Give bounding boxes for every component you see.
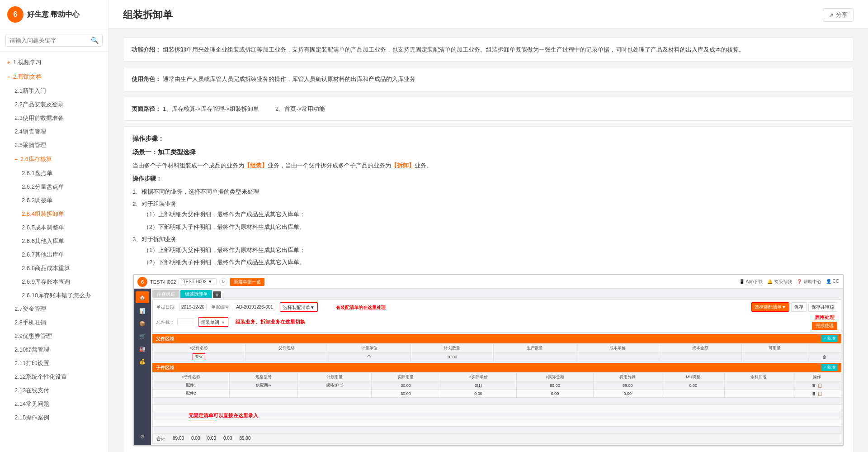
- sim-btd-mu-2[interactable]: [662, 390, 724, 398]
- logo-area: 6 好生意 帮助中心: [0, 0, 108, 29]
- sidebar-sub-item-ledger-fix[interactable]: 2.6.10库存账本错了怎么办: [0, 289, 108, 302]
- sidebar-sub-item-newbie[interactable]: 2.1新手入门: [0, 84, 108, 98]
- sidebar-sub-item-purchase[interactable]: 2.5采购管理: [0, 138, 108, 152]
- sidebar-sub-item-payment[interactable]: 2.13在线支付: [0, 384, 108, 397]
- sim-btd-ops-2[interactable]: 🗑 📋: [793, 390, 841, 398]
- sim-btd-spec-1[interactable]: 供应商A: [229, 381, 298, 390]
- sidebar-item-video[interactable]: + 1.视频学习: [0, 55, 108, 70]
- sim-top-table-label: 父件区域: [156, 336, 174, 342]
- sim-tab-transfer[interactable]: 库存调拨: [152, 290, 179, 298]
- sidebar-sub-item-ops[interactable]: 2.10经营管理: [0, 343, 108, 357]
- sim-td-prod[interactable]: [493, 352, 576, 362]
- sim-annotation-1: 有装配清单的在这里处理: [336, 305, 386, 310]
- sim-btd-ops-1[interactable]: 🗑 📋: [793, 381, 841, 390]
- sim-qty-input[interactable]: [177, 319, 195, 325]
- sim-td-action[interactable]: 🗑: [808, 352, 841, 362]
- sidebar-sub-item-ledger[interactable]: 2.6.9库存账本查询: [0, 275, 108, 289]
- sim-finish-btn[interactable]: 完成处理: [812, 322, 837, 330]
- sidebar-sub-item-assembly[interactable]: 2.6.4组装拆卸单: [0, 207, 108, 221]
- sidebar-sub-item-finance[interactable]: 2.7资金管理: [0, 302, 108, 316]
- sidebar-sub-item-split-stocktake[interactable]: 2.6.2分量盘点单: [0, 180, 108, 194]
- sim-td-plan[interactable]: 10.00: [410, 352, 493, 362]
- sidebar-sub-item-sales[interactable]: 2.4销售管理: [0, 125, 108, 138]
- sidebar-sub-item-coupon[interactable]: 2.9优惠券管理: [0, 329, 108, 343]
- sidebar-sub-item-cost-adjust[interactable]: 2.6.5成本调整单: [0, 221, 108, 234]
- sim-btd-actual-2[interactable]: 30.00: [372, 390, 440, 398]
- sim-th-prod-qty: 生产数量: [493, 344, 576, 352]
- sim-td-cost-price[interactable]: [576, 352, 659, 362]
- sim-icon-box[interactable]: 📦: [136, 318, 149, 329]
- sim-btd-mu-1[interactable]: 0.00: [662, 381, 724, 390]
- sidebar-item-docs[interactable]: − 2.帮助文档: [0, 70, 108, 84]
- sim-icon-money[interactable]: 💰: [136, 356, 149, 367]
- sim-btd-spec-2[interactable]: [229, 390, 298, 398]
- sim-new-btn[interactable]: 新建单据一览: [230, 278, 264, 286]
- sim-company-value: TEST-H002: [183, 279, 206, 284]
- sim-tab-assembly[interactable]: 组装拆卸单: [180, 290, 212, 298]
- sim-icon-settings[interactable]: ⚙: [136, 431, 149, 442]
- sim-btd-actual-1[interactable]: 30.00: [372, 381, 440, 390]
- sim-icon-cart[interactable]: 🛒: [136, 330, 149, 342]
- sim-tab-close[interactable]: ×: [213, 291, 221, 298]
- sim-add-row-btn[interactable]: + 新增: [821, 335, 838, 342]
- sim-company-select[interactable]: TEST-H002 ▼: [179, 278, 216, 285]
- search-box[interactable]: 🔍: [5, 34, 103, 47]
- sim-td-name[interactable]: 关火: [153, 352, 245, 362]
- sim-btd-recycle-2[interactable]: [724, 390, 793, 398]
- sidebar-sub-item-faq[interactable]: 2.14常见问题: [0, 397, 108, 411]
- sim-btd-alloc-1[interactable]: 89.00: [593, 381, 662, 390]
- sim-total-1: 89.00: [173, 436, 184, 442]
- sim-type-selector: 组装单词 ▼: [198, 317, 228, 327]
- sidebar-sub-item-other-out[interactable]: 2.6.7其他出库单: [0, 248, 108, 262]
- sidebar-sub-item-print[interactable]: 2.11打印设置: [0, 357, 108, 370]
- sim-td-cost-amount[interactable]: [659, 352, 742, 362]
- sidebar-item-inventory[interactable]: − 2.6库存核算: [0, 152, 108, 167]
- sim-audit-btn[interactable]: 保存并审核: [808, 302, 837, 312]
- sim-topbar: 6 TEST-H002 TEST-H002 ▼ ↻ 新建单据一览 📱 App下载…: [134, 275, 843, 289]
- share-button[interactable]: ↗ 分享: [823, 8, 854, 22]
- sim-btd-name-2[interactable]: 配件2: [153, 390, 230, 398]
- sidebar-sub-item-stocktake[interactable]: 2.6.1盘点单: [0, 167, 108, 180]
- sim-icon-chart[interactable]: 📊: [136, 305, 149, 317]
- assembly-link[interactable]: 【组装】: [244, 162, 268, 169]
- sim-btd-plan-1[interactable]: 规格1(+1): [298, 381, 372, 390]
- sim-action-btns: 选择装配清单▼ 保存 保存并审核: [751, 302, 837, 312]
- sim-btd-amount-2[interactable]: 0.00: [517, 390, 594, 398]
- sidebar-sub-item-cost-recalc[interactable]: 2.6.8商品成本重算: [0, 262, 108, 275]
- search-input[interactable]: [9, 37, 91, 44]
- sim-select-list-btn[interactable]: 选择装配清单▼: [752, 303, 789, 311]
- sim-td-unit[interactable]: 个: [328, 352, 410, 362]
- sidebar-sub-item-cases[interactable]: 2.15操作案例: [0, 411, 108, 424]
- sidebar-sub-item-transfer[interactable]: 2.6.3调拨单: [0, 194, 108, 207]
- sim-refresh-icon[interactable]: ↻: [219, 278, 227, 286]
- app-title: 好生意 帮助中心: [27, 10, 80, 19]
- sim-number-value[interactable]: AD-20191226-001: [234, 304, 275, 310]
- sim-icon-warehouse[interactable]: 🏭: [136, 343, 149, 355]
- sim-btd-name-1[interactable]: 配件1: [153, 381, 230, 390]
- sim-logo: 6: [137, 277, 147, 287]
- search-icon[interactable]: 🔍: [91, 37, 99, 44]
- sim-type-value[interactable]: 组装单词: [201, 320, 219, 325]
- sim-td-avail[interactable]: [742, 352, 808, 362]
- sidebar-sub-item-custom[interactable]: 2.12系统个性化设置: [0, 370, 108, 384]
- sim-btd-price-1[interactable]: 3(1): [440, 381, 517, 390]
- sim-bth-cost-alloc: 费用分摊: [593, 373, 662, 381]
- sim-btd-plan-2[interactable]: [298, 390, 372, 398]
- sim-btd-amount-1[interactable]: 89.00: [517, 381, 594, 390]
- sidebar-sub-item-mobile[interactable]: 2.8手机旺铺: [0, 316, 108, 329]
- sim-save-btn[interactable]: 保存: [791, 302, 807, 312]
- sim-icon-home[interactable]: 🏠: [136, 291, 149, 303]
- sidebar-sub-item-data-prep[interactable]: 2.3使用前数据准备: [0, 111, 108, 125]
- sim-btd-price-2[interactable]: 0.00: [440, 390, 517, 398]
- disassembly-link[interactable]: 【拆卸】: [391, 162, 415, 169]
- sidebar-sub-item-install[interactable]: 2.2产品安装及登录: [0, 98, 108, 111]
- sim-type-dropdown[interactable]: 选择装配清单▼: [283, 305, 315, 311]
- sim-th-cost-amount: 成本金额: [659, 344, 742, 352]
- sim-add-subrow-btn[interactable]: + 新增: [821, 364, 838, 371]
- sim-bth-recycle: 余料回退: [724, 373, 793, 381]
- sim-btd-alloc-2[interactable]: 0.00: [593, 390, 662, 398]
- sim-date-value[interactable]: 2019-12-20: [179, 304, 207, 310]
- sim-td-spec[interactable]: [245, 352, 328, 362]
- sim-btd-recycle-1[interactable]: [724, 381, 793, 390]
- sidebar-sub-item-other-in[interactable]: 2.6.6其他入库单: [0, 234, 108, 248]
